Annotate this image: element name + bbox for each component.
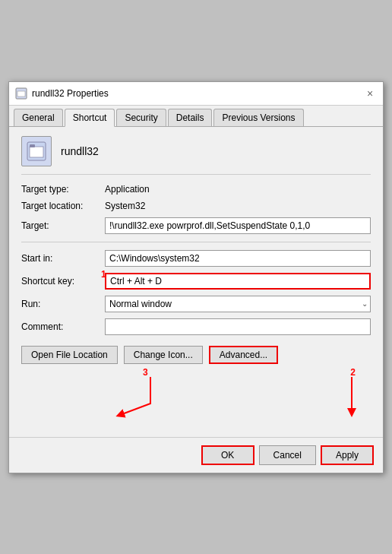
target-location-row: Target location: System32 xyxy=(21,201,371,211)
tab-content: rundll32 Target type: Application Target… xyxy=(9,127,383,437)
change-icon-button[interactable]: Change Icon... xyxy=(124,346,203,364)
tab-shortcut[interactable]: Shortcut xyxy=(65,109,115,127)
shortcut-key-input[interactable] xyxy=(105,273,371,290)
target-location-value: System32 xyxy=(105,201,145,211)
window-title: rundll32 Properties xyxy=(32,88,109,99)
title-bar: rundll32 Properties × xyxy=(9,82,383,106)
app-header: rundll32 xyxy=(21,136,371,175)
target-type-label: Target type: xyxy=(21,184,105,195)
start-in-label: Start in: xyxy=(21,253,105,264)
run-select-wrapper: Normal window Minimized Maximized ⌄ xyxy=(105,296,371,312)
target-label: Target: xyxy=(21,220,105,231)
target-type-row: Target type: Application xyxy=(21,184,371,195)
tab-previous-versions[interactable]: Previous Versions xyxy=(213,109,303,126)
svg-rect-4 xyxy=(30,144,35,147)
target-location-label: Target location: xyxy=(21,201,105,211)
svg-rect-3 xyxy=(30,147,43,157)
footer: OK Cancel Apply xyxy=(9,437,383,473)
open-file-location-button[interactable]: Open File Location xyxy=(21,346,118,364)
arrow-3-svg xyxy=(97,373,188,423)
window-icon xyxy=(15,87,27,100)
ok-button[interactable]: OK xyxy=(201,445,254,465)
target-input[interactable] xyxy=(105,217,371,234)
cancel-button[interactable]: Cancel xyxy=(259,445,316,465)
run-row: Run: Normal window Minimized Maximized ⌄ xyxy=(21,296,371,312)
comment-input[interactable] xyxy=(105,318,371,335)
start-in-input[interactable] xyxy=(105,250,371,267)
tab-bar: General Shortcut Security Details Previo… xyxy=(9,106,383,127)
target-row: Target: xyxy=(21,217,371,234)
arrow-2-svg xyxy=(310,373,371,423)
shortcut-key-label: Shortcut key: xyxy=(21,276,105,286)
separator-1 xyxy=(21,242,371,242)
comment-label: Comment: xyxy=(21,321,105,332)
tab-general[interactable]: General xyxy=(14,109,63,126)
tab-security[interactable]: Security xyxy=(116,109,166,126)
app-icon xyxy=(21,136,52,166)
action-buttons: Open File Location Change Icon... Advanc… xyxy=(21,346,371,364)
annotation-area: 3 2 xyxy=(21,367,371,428)
run-select[interactable]: Normal window Minimized Maximized xyxy=(105,296,371,312)
svg-rect-1 xyxy=(17,91,25,97)
start-in-row: Start in: xyxy=(21,250,371,267)
close-button[interactable]: × xyxy=(363,87,377,100)
target-type-value: Application xyxy=(105,184,150,195)
shortcut-key-row: Shortcut key: 1 xyxy=(21,273,371,290)
properties-window: rundll32 Properties × General Shortcut S… xyxy=(8,81,384,473)
app-name: rundll32 xyxy=(61,145,99,157)
apply-button[interactable]: Apply xyxy=(321,445,374,465)
app-icon-svg xyxy=(26,141,47,162)
run-label: Run: xyxy=(21,299,105,309)
comment-row: Comment: xyxy=(21,318,371,335)
tab-details[interactable]: Details xyxy=(168,109,213,126)
annotation-num1: 1 xyxy=(101,269,106,280)
advanced-button[interactable]: Advanced... xyxy=(209,346,278,364)
